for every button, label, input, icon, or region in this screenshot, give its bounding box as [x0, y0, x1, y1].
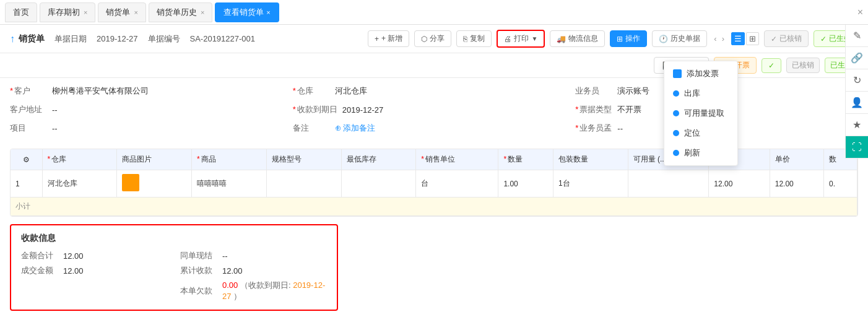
- tab-inventory-init[interactable]: 库存期初 ×: [40, 2, 95, 22]
- tab-sales-history[interactable]: 销货单历史 ×: [149, 2, 212, 22]
- same-settlement-label: 同单现结: [180, 250, 217, 261]
- tab-history-close[interactable]: ×: [201, 9, 204, 16]
- same-settlement-row: 同单现结 --: [180, 250, 327, 261]
- sub-cancelled-label: 已核销: [792, 60, 814, 71]
- payment-due-field: 收款到期日 2019-12-27: [293, 104, 576, 115]
- print-icon: 🖨: [504, 35, 511, 43]
- right-tool-expand[interactable]: ⛶: [846, 136, 868, 158]
- number-label: 单据编号: [148, 33, 180, 45]
- close-all-button[interactable]: ×: [857, 7, 863, 18]
- logistics-button[interactable]: 🚚 物流信息: [550, 30, 605, 47]
- copy-button[interactable]: ⎘ 复制: [456, 30, 492, 47]
- right-tool-rotate[interactable]: ↻: [846, 69, 868, 92]
- nav-arrows: ‹ ›: [712, 34, 726, 43]
- remark-label: 备注: [293, 123, 330, 134]
- share-button[interactable]: ⬡ 分享: [414, 30, 451, 47]
- table-row: 1 河北仓库 嘻嘻嘻嘻 台 1.00 1台 12.00 12.00 0.: [11, 170, 857, 198]
- add-remark-label: 添加备注: [343, 123, 375, 132]
- cancelled-label: 已核销: [779, 33, 802, 44]
- arrears-row: 本单欠款 0.00 （收款到期日: 2019-12-27 ）: [180, 280, 327, 302]
- add-button[interactable]: + + 新增: [368, 30, 409, 47]
- history-button[interactable]: 🕐 历史单据: [652, 30, 707, 47]
- project-value: --: [52, 124, 58, 133]
- tab-view-sales[interactable]: 查看销货单 ×: [215, 2, 279, 22]
- refresh-icon: [673, 150, 679, 156]
- tab-sales-order[interactable]: 销货单 ×: [98, 2, 145, 22]
- next-arrow[interactable]: ›: [720, 34, 726, 43]
- out-warehouse-item[interactable]: 出库: [664, 84, 737, 103]
- total-row: 金额合计 12.00: [21, 250, 168, 261]
- check-btn[interactable]: ✓: [762, 58, 781, 73]
- operations-button[interactable]: ⊞ 操作: [610, 30, 647, 47]
- share-label: 分享: [430, 33, 445, 44]
- logistics-icon: 🚚: [557, 35, 566, 43]
- cancelled-button[interactable]: ✓ 已核销: [764, 30, 809, 47]
- list-view-btn[interactable]: ☰: [731, 32, 745, 45]
- payment-due-label: 收款到期日: [293, 104, 337, 115]
- refresh-item[interactable]: 刷新: [664, 143, 737, 163]
- same-settlement-value: --: [222, 251, 228, 261]
- ticket-type-value: 不开票: [617, 104, 641, 115]
- right-tool-edit[interactable]: ✎: [846, 25, 868, 47]
- doc-type-label: 销货单: [19, 33, 45, 45]
- prev-arrow[interactable]: ‹: [712, 34, 718, 43]
- doc-title: ↑ 销货单: [10, 33, 45, 45]
- tab-view-sales-close[interactable]: ×: [266, 9, 270, 16]
- tab-sales-label: 销货单: [106, 7, 130, 18]
- product-image: [122, 174, 139, 191]
- address-value: --: [52, 105, 58, 115]
- col-unit-price: 单价: [770, 149, 823, 170]
- locate-label: 定位: [684, 128, 700, 139]
- date-label: 单据日期: [54, 33, 87, 45]
- print-button[interactable]: 🖨 打印 ▼: [497, 30, 545, 48]
- customer-value: 柳州粤港平安气体有限公司: [52, 85, 149, 97]
- staff-label: 业务员: [575, 85, 612, 97]
- doc-header-left: ↑ 销货单 单据日期 2019-12-27 单据编号 SA-20191227-0…: [10, 33, 255, 45]
- transaction-label: 成交金额: [21, 265, 58, 276]
- row-spec: [266, 170, 341, 198]
- history-label: 历史单据: [671, 33, 700, 44]
- tab-inventory-label: 库存期初: [48, 7, 80, 18]
- warehouse-value: 河北仓库: [335, 85, 367, 97]
- share-icon: ⬡: [421, 35, 427, 43]
- tab-home[interactable]: 首页: [5, 2, 37, 22]
- row-index: 1: [11, 170, 42, 198]
- doc-meta: 单据日期 2019-12-27 单据编号 SA-20191227-001: [54, 33, 255, 45]
- tab-sales-close[interactable]: ×: [134, 9, 137, 16]
- add-label: + 新增: [381, 33, 402, 44]
- row-warehouse: 河北仓库: [42, 170, 117, 198]
- right-tool-star[interactable]: ★: [846, 114, 868, 136]
- tab-inventory-close[interactable]: ×: [84, 9, 87, 16]
- subtotal-row: 小计: [11, 198, 857, 216]
- sales-staff2-label: 业务员孟: [575, 123, 612, 134]
- arrears-label: 本单欠款: [180, 285, 217, 297]
- locate-item[interactable]: 定位: [664, 123, 737, 143]
- col-qty: 数量: [498, 149, 553, 170]
- transaction-row: 成交金额 12.00: [21, 265, 168, 276]
- row-product: 嘻嘻嘻嘻: [192, 170, 267, 198]
- view-toggle: ☰ ⊞: [731, 32, 759, 45]
- right-tool-user[interactable]: 👤: [846, 92, 868, 114]
- arrears-value: 0.00 （收款到期日: 2019-12-27 ）: [222, 280, 327, 302]
- add-remark-btn[interactable]: ⊕ 添加备注: [335, 123, 376, 134]
- row-product-img: [117, 170, 192, 198]
- tab-home-label: 首页: [13, 7, 29, 18]
- print-dropdown-icon: ▼: [531, 35, 537, 42]
- add-invoice-icon: [673, 69, 682, 78]
- arrears-due-close: ）: [233, 292, 241, 301]
- warehouse-label: 仓库: [293, 85, 330, 97]
- add-invoice-item[interactable]: 添加发票: [664, 64, 737, 84]
- col-settings[interactable]: ⚙: [11, 149, 42, 170]
- grid-view-btn[interactable]: ⊞: [746, 32, 759, 45]
- row-min-stock: [341, 170, 416, 198]
- available-qty-icon: [673, 110, 679, 116]
- row-amount: 0.: [824, 170, 857, 198]
- row-unit-price: 12.00: [770, 170, 823, 198]
- right-tool-link[interactable]: 🔗: [846, 47, 868, 69]
- sub-cancelled-btn[interactable]: 已核销: [786, 58, 820, 73]
- operations-dropdown: 添加发票 出库 可用量提取 定位 刷新: [664, 61, 738, 166]
- logistics-label: 物流信息: [568, 33, 598, 44]
- add-icon: +: [375, 35, 379, 43]
- available-qty-item[interactable]: 可用量提取: [664, 103, 737, 123]
- row-available: [628, 170, 709, 198]
